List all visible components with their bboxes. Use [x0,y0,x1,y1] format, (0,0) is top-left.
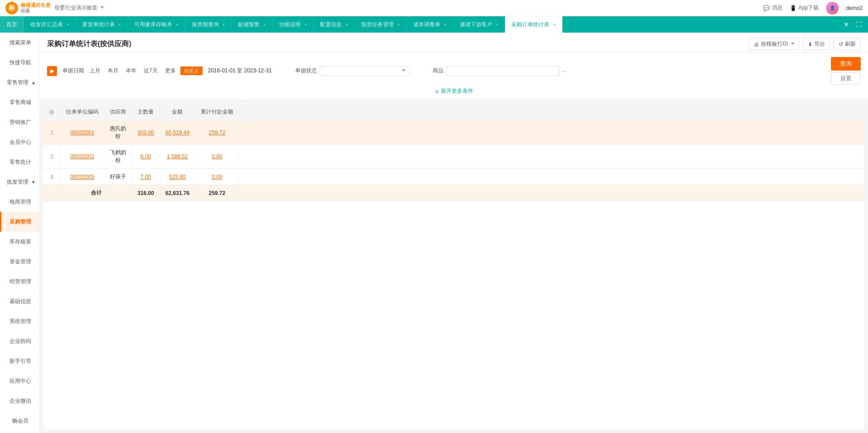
settings-icon[interactable]: ⚙ [49,109,55,116]
row-amount[interactable]: 1,586.52 [160,145,195,169]
tab-func-desc[interactable]: 功能说明 × [273,16,314,33]
maximize-button[interactable]: ⛶ [854,19,864,30]
date-btn-this-year[interactable]: 本年 [123,66,139,76]
tab-purchase-stats[interactable]: 要货单统计表 × [76,16,128,33]
sidebar-item-finance[interactable]: 资金管理 [0,252,39,271]
close-icon[interactable]: × [118,22,121,27]
settings-button[interactable]: 设置 [831,72,861,85]
sidebar-item-member-center[interactable]: 会员中心 [0,132,39,152]
date-btn-7days[interactable]: 近7天 [141,66,160,76]
row-quantity[interactable]: 7.00 [132,169,160,185]
sidebar-item-stock-check[interactable]: 库存核算 [0,232,39,252]
workspace-selector[interactable]: 母婴行业演示账套 [54,4,104,12]
tab-cost-adj[interactable]: 成本调整单 × [407,16,453,33]
sidebar-item-new-guide[interactable]: 新手引导 [0,351,39,371]
sidebar-item-basic-info[interactable]: 基础信息 [0,291,39,311]
expand-conditions-button[interactable]: ∨ 展开更多条件 [435,87,473,95]
row-paid[interactable]: 0.00 [195,169,239,185]
sidebar-item-vip[interactable]: 畅会员 [0,411,39,431]
close-icon[interactable]: × [222,22,225,27]
print-button[interactable]: 🖨 按模板打印 [749,38,799,50]
table-row: 1 00020001 惠氏奶粉 303.00 60,519.44 259.72 [43,121,864,145]
layout: 搜索菜单 快捷导航 零售管理 ▲ 零售商城 营销推广 会员中心 零售统计 批发管… [0,33,868,433]
date-custom-badge[interactable]: 自定义 [180,67,203,75]
row-num: 3 [43,169,61,185]
close-icon[interactable]: × [397,22,400,27]
sidebar-item-purchase-mgmt[interactable]: 采购管理 [0,212,39,232]
sidebar-item-search[interactable]: 搜索菜单 [0,33,39,52]
date-range-display: 2016-01-01 至 2023-12-31 [208,67,272,75]
table-wrapper: ⚙ 往来单位编码 供应商 主数量 金额 累计付款金额 1 00020001 [43,104,864,429]
sidebar-item-shortcut[interactable]: 快捷导航 [0,52,39,72]
tab-home[interactable]: 首页 [0,16,24,33]
sidebar-item-app-center[interactable]: 应用中心 [0,371,39,391]
sidebar-item-wholesale-mgmt[interactable]: 批发管理 ▼ [0,172,39,192]
date-btn-this-month[interactable]: 本月 [105,66,121,76]
row-paid[interactable]: 0.00 [195,145,239,169]
row-amount[interactable]: 60,519.44 [160,121,195,145]
message-icon: 💬 [763,5,770,11]
sidebar-item-enterprise-collab[interactable]: 企业协同 [0,331,39,351]
close-all-tabs-button[interactable]: ✕ [841,19,852,30]
tab-config-info[interactable]: 配置信息 × [314,16,355,33]
close-icon[interactable]: × [496,22,499,27]
footer-empty [43,185,61,201]
query-actions: 查询 设置 [831,57,861,85]
refresh-icon: ↺ [839,41,843,48]
logo-text: 畅捷通好生意 标题 [21,2,51,14]
column-supplier: 供应商 [104,104,132,121]
data-table: ⚙ 往来单位编码 供应商 主数量 金额 累计付款金额 1 00020001 [43,104,864,201]
status-select[interactable] [320,66,410,76]
chevron-down-icon: ▼ [31,180,36,185]
tab-overstock[interactable]: 超储预警 × [231,16,273,33]
close-icon[interactable]: × [66,22,69,27]
table-footer-row: 合计 316.00 62,631.76 259.72 [43,185,864,201]
filter-toggle-button[interactable]: ▶ [47,66,57,76]
close-icon[interactable]: × [263,22,266,27]
goods-input[interactable] [446,66,559,76]
date-btn-last-month[interactable]: 上月 [87,66,103,76]
row-paid[interactable]: 259.72 [195,121,239,145]
refresh-button[interactable]: ↺ 刷新 [834,38,861,50]
footer-extra [239,185,864,201]
close-icon[interactable]: × [304,22,307,27]
query-button[interactable]: 查询 [831,57,861,71]
row-quantity[interactable]: 6.00 [132,145,160,169]
sidebar-item-retail-shop[interactable]: 零售商城 [0,92,39,112]
tab-purchase-order-stats[interactable]: 采购订单统计表 × [505,16,562,33]
column-extra [239,104,864,121]
sidebar-item-retail-mgmt[interactable]: 零售管理 ▲ [0,72,39,92]
sidebar-item-ops-mgmt[interactable]: 经营管理 [0,271,39,291]
close-icon[interactable]: × [444,22,447,27]
export-button[interactable]: ⬇ 导出 [803,38,830,50]
sidebar: 搜索菜单 快捷导航 零售管理 ▲ 零售商城 营销推广 会员中心 零售统计 批发管… [0,33,40,433]
close-icon[interactable]: × [553,22,556,27]
row-quantity[interactable]: 303.00 [132,121,160,145]
app-download-button[interactable]: 📱 App下载 [790,4,819,12]
tab-invite-customer[interactable]: 邀请下游客户 × [453,16,505,33]
date-btn-more[interactable]: 更多 [162,66,179,76]
page-title: 采购订单统计表(按供应商) [47,39,132,49]
message-button[interactable]: 💬 消息 [763,4,783,12]
tab-available-stock[interactable]: 可用量库存账本 × [128,16,185,33]
row-code[interactable]: 00020005 [61,169,104,185]
avatar[interactable]: 👤 [826,2,839,14]
sidebar-item-retail-stats[interactable]: 零售统计 [0,152,39,172]
tab-collect[interactable]: 收发存汇总表 × [24,16,76,33]
close-icon[interactable]: × [176,22,179,27]
sidebar-item-ecommerce[interactable]: 电商管理 [0,192,39,212]
tab-shelf-query[interactable]: 保质期查询 × [185,16,232,33]
row-code[interactable]: 00020002 [61,145,104,169]
row-supplier: 惠氏奶粉 [104,121,132,145]
sidebar-item-marketing[interactable]: 营销推广 [0,112,39,132]
footer-paid: 259.72 [195,185,239,201]
column-settings[interactable]: ⚙ [43,104,61,121]
tab-pick-task[interactable]: 拣货任务管理 × [355,16,407,33]
close-icon[interactable]: × [345,22,348,27]
sidebar-item-sys-mgmt[interactable]: 系统管理 [0,311,39,331]
username-label: demo2 [846,5,863,11]
row-amount[interactable]: 525.80 [160,169,195,185]
sidebar-item-enterprise-wechat[interactable]: 企业微信 [0,391,39,411]
row-code[interactable]: 00020001 [61,121,104,145]
goods-more-icon[interactable]: ··· [561,67,566,75]
